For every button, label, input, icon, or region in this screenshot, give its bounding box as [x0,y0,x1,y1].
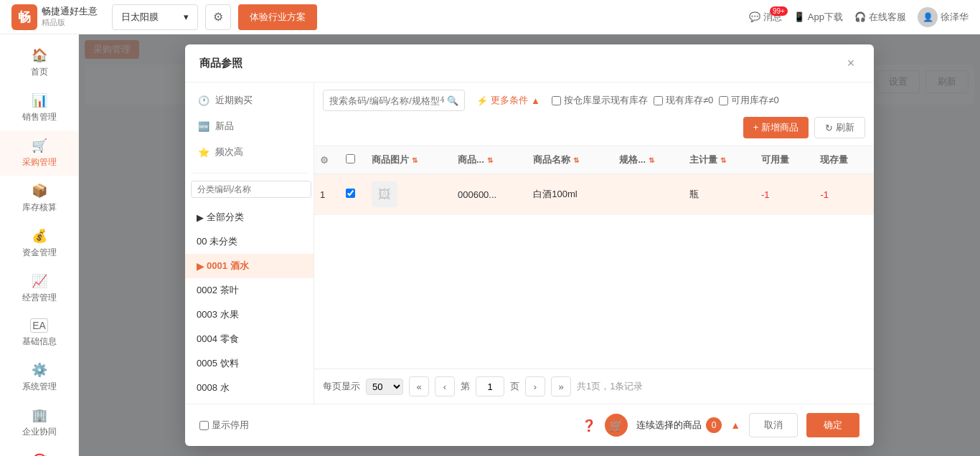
search-icon[interactable]: 🔍 [447,95,458,106]
sidebar-label-finance: 资金管理 [22,247,57,259]
last-page-btn[interactable]: » [551,376,571,396]
modal-footer: 显示停用 ❓ 🛒 连续选择的商品 0 ▲ 取消 确定 [185,404,874,446]
show-disabled-input[interactable] [199,421,209,430]
col-image: 商品图片 ⇅ [366,146,452,174]
modal-header: 商品参照 × [185,44,874,82]
sidebar-label-purchase: 采购管理 [22,156,57,168]
sort-unit-icon[interactable]: ⇅ [720,156,726,164]
collapse-arrow-icon[interactable]: ▲ [730,419,740,431]
cat-label-0004: 0004 零食 [197,333,239,346]
col-available-label: 可用量 [761,154,789,165]
per-page-select[interactable]: 50 20 100 200 [366,379,403,395]
row-unit-cell: 瓶 [684,174,755,215]
logo: 畅 畅捷通好生意 精品版 [11,4,98,30]
sidebar-item-basic[interactable]: EA 基础信息 [0,311,78,355]
sidebar-item-enterprise[interactable]: 🏢 企业协同 [0,400,78,445]
checkbox-stock-nonzero[interactable]: 现有库存≠0 [654,94,713,107]
logo-icon: 畅 [11,4,37,30]
col-stock: 现存量 [814,146,874,174]
col-unit: 主计量 ⇅ [684,146,755,174]
product-image: 🖼 [372,181,397,207]
page-number-input[interactable] [476,376,504,396]
refresh-button[interactable]: ↻ 刷新 [814,117,865,138]
page-suffix: 页 [510,380,519,393]
cancel-button[interactable]: 取消 [749,413,798,437]
cat-item-00[interactable]: 00 未分类 [185,229,314,254]
divider [191,173,308,174]
checkbox-warehouse[interactable]: 按仓库显示现有库存 [552,94,648,107]
table-header-row: ⚙ 商品图片 ⇅ [314,146,874,174]
user-menu[interactable]: 👤 徐泽华 [918,7,969,27]
nav-right: 💬 消息 99+ 📱 App下载 🎧 在线客服 👤 徐泽华 [749,7,969,27]
category-list: ▶ 全部分类 00 未分类 ▶ 0001 酒水 0002 茶 [185,202,314,404]
sort-code-icon[interactable]: ⇅ [487,156,493,164]
row-checkbox[interactable] [346,189,355,198]
select-all-checkbox[interactable] [346,154,355,163]
filter-button[interactable]: ⚡ 更多条件 ▲ [471,90,546,111]
cat-item-0003[interactable]: 0003 水果 [185,303,314,327]
phone-icon: 📱 [793,11,805,22]
filter-arrow-icon: ▲ [531,95,540,106]
recent-purchase-btn[interactable]: 🕐 近期购买 [191,88,308,113]
col-name-label: 商品名称 [533,153,570,166]
sidebar-item-inventory[interactable]: 📦 库存核算 [0,176,78,221]
cat-item-0008[interactable]: 0008 水 [185,376,314,400]
cat-label-0002: 0002 茶叶 [197,284,239,297]
cat-item-0004[interactable]: 0004 零食 [185,327,314,351]
cat-label-0008: 0008 水 [197,381,230,394]
trial-button[interactable]: 体验行业方案 [238,4,317,30]
first-page-btn[interactable]: « [409,376,429,396]
frequent-icon: ⭐ [198,147,209,158]
new-product-btn[interactable]: 🆕 新品 [191,114,308,138]
sidebar-item-guide[interactable]: 🎯 新手引导 [0,445,78,456]
sidebar-item-business[interactable]: 📈 经营管理 [0,266,78,311]
notification-badge: 99+ [770,6,788,16]
checkbox-warehouse-input[interactable] [552,96,561,105]
checkbox-available-input[interactable] [719,96,728,105]
modal-close-button[interactable]: × [842,54,859,72]
next-page-btn[interactable]: › [525,376,545,396]
sidebar-item-sales[interactable]: 📊 销售管理 [0,85,78,130]
col-name: 商品名称 ⇅ [527,146,613,174]
purchase-icon: 🛒 [32,138,47,153]
cat-item-0001[interactable]: ▶ 0001 酒水 [185,254,314,278]
checkbox-stock-input[interactable] [654,96,663,105]
table-row[interactable]: 1 🖼 000600... 白酒100ml [314,174,874,215]
cat-label-all: 全部分类 [207,211,244,224]
cat-item-0005[interactable]: 0005 饮料 [185,351,314,376]
recent-label: 近期购买 [215,94,253,107]
sidebar-item-purchase[interactable]: 🛒 采购管理 [0,130,78,176]
sort-name-icon[interactable]: ⇅ [573,156,579,164]
sidebar-item-home[interactable]: 🏠 首页 [0,40,78,85]
col-checkbox [340,146,366,174]
prev-page-btn[interactable]: ‹ [435,376,455,396]
nav-dropdown[interactable]: 日太阳膜 ▾ [112,4,198,30]
cat-item-0002[interactable]: 0002 茶叶 [185,278,314,303]
cart-icon[interactable]: 🛒 [605,414,628,437]
refresh-label: 刷新 [836,121,854,134]
settings-icon[interactable]: ⚙ [205,4,231,30]
enterprise-icon: 🏢 [32,407,47,423]
message-nav-item[interactable]: 💬 消息 99+ [749,11,782,24]
checkbox-available-nonzero[interactable]: 可用库存≠0 [719,94,778,107]
row-image-cell: 🖼 [366,174,452,215]
sidebar-item-finance[interactable]: 💰 资金管理 [0,221,78,266]
online-service-item[interactable]: 🎧 在线客服 [854,11,906,24]
app-download-item[interactable]: 📱 App下载 [793,11,843,24]
frequent-btn[interactable]: ⭐ 频次高 [191,140,308,164]
content-area: 采购管理 查询 设置 刷新 商品参照 × [79,34,980,456]
confirm-button[interactable]: 确定 [806,413,859,437]
show-disabled-checkbox[interactable]: 显示停用 [199,419,249,432]
left-panel: 🕐 近期购买 🆕 新品 ⭐ 频次高 [185,82,314,404]
sort-spec-icon[interactable]: ⇅ [649,156,654,164]
add-product-button[interactable]: + 新增商品 [743,117,809,138]
sidebar-item-system[interactable]: ⚙️ 系统管理 [0,355,78,400]
help-icon[interactable]: ❓ [582,419,596,432]
table-settings-icon[interactable]: ⚙ [320,155,329,166]
search-input[interactable] [329,95,444,106]
category-search-input[interactable] [191,181,311,198]
sidebar-label-basic: 基础信息 [22,336,57,348]
cat-item-all[interactable]: ▶ 全部分类 [185,205,314,229]
product-reference-modal: 商品参照 × 🕐 近期购买 🆕 [185,44,874,446]
sort-image-icon[interactable]: ⇅ [412,156,418,164]
